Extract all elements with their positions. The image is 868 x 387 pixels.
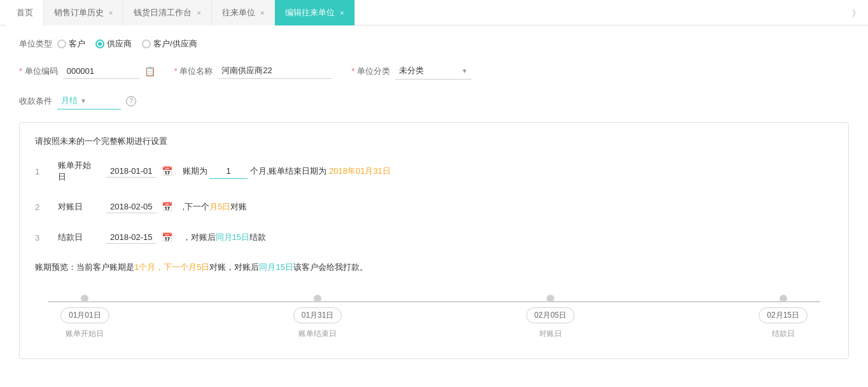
timeline-points: 01月01日 账单开始日 01月31日 账单结束日 02月05日 对账日 — [60, 295, 808, 339]
row-num-2: 2 — [35, 202, 48, 212]
pay-date-highlight: 同月15日 — [216, 232, 249, 242]
setting-row-3: 3 结款日 2018-02-15 📅 ，对账后同月15日结款 — [35, 231, 833, 244]
radio-supplier-label: 供应商 — [107, 38, 132, 50]
date-input-3: 2018-02-15 📅 — [106, 231, 172, 244]
preview-reconcile: 下一个月5日 — [164, 262, 209, 272]
radio-supplier[interactable]: 供应商 — [95, 38, 132, 50]
chevron-down-icon: ▼ — [80, 97, 87, 104]
unit-code-label: 单位编码 — [19, 66, 58, 77]
main-content: 单位类型 客户 供应商 客户/供应商 单位编码 📋 — [0, 25, 868, 387]
row-desc-2: ,下一个月5日对账 — [183, 201, 248, 213]
unit-name-input[interactable] — [218, 64, 332, 79]
timeline-point-2: 01月31日 账单结束日 — [293, 295, 342, 339]
end-date-highlight: 2018年01月31日 — [329, 166, 391, 176]
timeline-point-1: 01月01日 账单开始日 — [60, 295, 109, 339]
row-desc-3: ，对账后同月15日结款 — [183, 232, 266, 243]
unit-name-group: 单位名称 — [174, 64, 333, 79]
row-desc-1: 账期为 个月,账单结束日期为 2018年01月31日 — [183, 164, 391, 179]
settings-section: 请按照未来的一个完整帐期进行设置 1 账单开始日 2018-01-01 📅 账期… — [19, 122, 849, 359]
calendar-icon-2[interactable]: 📅 — [162, 202, 172, 212]
row-label-2: 对账日 — [58, 201, 96, 213]
reconcile-date-highlight: 月5日 — [209, 202, 230, 211]
row-num-1: 1 — [35, 167, 48, 176]
preview-pay: 同月15日 — [259, 262, 293, 272]
row-num-3: 3 — [35, 233, 48, 243]
timeline-dot-1 — [81, 295, 88, 302]
payment-row: 收款条件 月结 ▼ ? — [19, 92, 849, 109]
close-icon[interactable]: × — [197, 9, 200, 17]
timeline-label-3: 对账日 — [539, 328, 562, 339]
radio-circle-supplier — [95, 39, 104, 48]
payment-cond-dropdown[interactable]: 月结 ▼ — [57, 92, 121, 109]
unit-class-dropdown[interactable]: 未分类 ▼ — [395, 62, 472, 80]
preview-text: 账期预览：当前客户账期是1个月，下一个月5日对账，对账后同月15日该客户会给我打… — [35, 262, 833, 273]
close-icon[interactable]: × — [340, 9, 344, 17]
unit-code-input[interactable] — [63, 64, 139, 79]
unit-name-label: 单位名称 — [174, 66, 213, 77]
radio-both-label: 客户/供应商 — [153, 38, 197, 50]
unit-type-radio-group: 客户 供应商 客户/供应商 — [57, 38, 197, 50]
unit-type-group: 单位类型 客户 供应商 客户/供应商 — [19, 38, 197, 50]
calendar-icon-3[interactable]: 📅 — [162, 232, 172, 243]
timeline-badge-1: 01月01日 — [60, 307, 109, 323]
payment-cond-value: 月结 — [61, 95, 78, 106]
close-icon[interactable]: × — [109, 9, 113, 17]
unit-class-value: 未分类 — [399, 65, 424, 76]
copy-icon[interactable]: 📋 — [144, 66, 155, 76]
unit-class-group: 单位分类 未分类 ▼ — [351, 62, 472, 80]
section-title: 请按照未来的一个完整帐期进行设置 — [35, 136, 833, 147]
tab-partner[interactable]: 往来单位 × — [212, 0, 275, 25]
timeline-label-4: 结款日 — [772, 328, 795, 339]
preview-mid: 对账，对账后 — [209, 262, 259, 272]
radio-circle-both — [142, 39, 151, 48]
timeline-badge-2: 01月31日 — [293, 307, 342, 323]
radio-customer[interactable]: 客户 — [57, 38, 85, 50]
timeline-dot-2 — [314, 295, 321, 302]
date-input-1: 2018-01-01 📅 — [106, 165, 172, 178]
timeline-dot-3 — [547, 295, 554, 302]
radio-both[interactable]: 客户/供应商 — [142, 38, 197, 50]
timeline-badge-4: 02月15日 — [759, 307, 808, 323]
tab-edit-partner[interactable]: 编辑往来单位 × — [275, 0, 354, 25]
radio-customer-label: 客户 — [69, 38, 85, 50]
timeline-badge-3: 02月05日 — [526, 307, 575, 323]
date-input-2: 2018-02-05 📅 — [106, 201, 172, 213]
radio-circle-customer — [57, 39, 66, 48]
timeline-dot-4 — [780, 295, 787, 302]
preview-end: 该客户会给我打款。 — [293, 262, 368, 272]
unit-type-label: 单位类型 — [19, 38, 52, 50]
tab-home-label: 首页 — [17, 7, 33, 18]
close-icon[interactable]: × — [260, 9, 264, 17]
calendar-icon-1[interactable]: 📅 — [162, 166, 172, 176]
period-months-input[interactable] — [209, 164, 248, 179]
unit-code-group: 单位编码 📋 — [19, 64, 155, 79]
tab-sales-label: 销售订单历史 — [54, 7, 104, 18]
unit-type-row: 单位类型 客户 供应商 客户/供应商 — [19, 38, 849, 50]
tabs-bar: 首页 销售订单历史 × 钱货日清工作台 × 往来单位 × 编辑往来单位 × 〉 — [0, 0, 868, 25]
date-value-1: 2018-01-01 — [106, 165, 157, 178]
timeline: 01月01日 账单开始日 01月31日 账单结束日 02月05日 对账日 — [35, 288, 833, 346]
tab-cash-work[interactable]: 钱货日清工作台 × — [123, 0, 211, 25]
row-label-3: 结款日 — [58, 232, 96, 243]
help-icon[interactable]: ? — [126, 96, 136, 106]
tabs-expand-icon[interactable]: 〉 — [846, 8, 862, 18]
preview-label: 账期预览：当前客户账期是 — [35, 262, 134, 272]
tab-home[interactable]: 首页 — [6, 0, 44, 25]
unit-info-row: 单位编码 📋 单位名称 单位分类 未分类 ▼ — [19, 62, 849, 80]
setting-row-2: 2 对账日 2018-02-05 📅 ,下一个月5日对账 — [35, 201, 833, 213]
timeline-point-3: 02月05日 对账日 — [526, 295, 575, 339]
payment-cond-label: 收款条件 — [19, 95, 52, 107]
timeline-label-2: 账单结束日 — [298, 328, 337, 339]
tab-sales-history[interactable]: 销售订单历史 × — [44, 0, 123, 25]
date-value-2: 2018-02-05 — [106, 201, 157, 213]
payment-cond-group: 收款条件 月结 ▼ ? — [19, 92, 136, 109]
preview-months: 1个月， — [134, 262, 164, 272]
tab-edit-partner-label: 编辑往来单位 — [285, 7, 335, 18]
tab-cash-label: 钱货日清工作台 — [134, 7, 192, 18]
chevron-down-icon: ▼ — [461, 67, 468, 74]
setting-row-1: 1 账单开始日 2018-01-01 📅 账期为 个月,账单结束日期为 2018… — [35, 160, 833, 183]
date-value-3: 2018-02-15 — [106, 231, 157, 244]
tab-partner-label: 往来单位 — [222, 7, 255, 18]
unit-class-label: 单位分类 — [351, 66, 390, 77]
timeline-label-1: 账单开始日 — [66, 328, 104, 339]
